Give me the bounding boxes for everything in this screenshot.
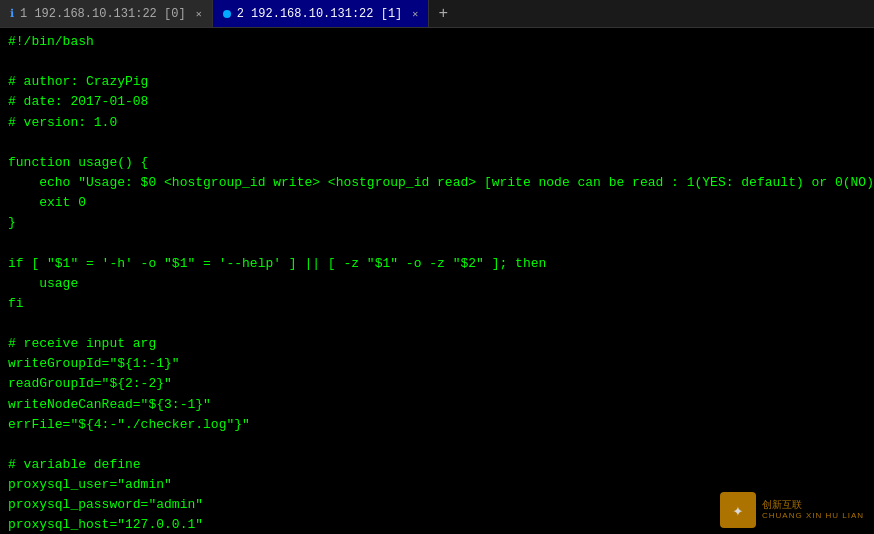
line-6 bbox=[8, 133, 866, 153]
line-22: # variable define bbox=[8, 455, 866, 475]
line-4: # date: 2017-01-08 bbox=[8, 92, 866, 112]
tab-2[interactable]: 2 192.168.10.131:22 [1] ✕ bbox=[213, 0, 430, 27]
line-21 bbox=[8, 435, 866, 455]
line-10: } bbox=[8, 213, 866, 233]
line-1: #!/bin/bash bbox=[8, 32, 866, 52]
code-area[interactable]: #!/bin/bash # author: CrazyPig # date: 2… bbox=[0, 28, 874, 534]
line-17: writeGroupId="${1:-1}" bbox=[8, 354, 866, 374]
line-18: readGroupId="${2:-2}" bbox=[8, 374, 866, 394]
logo-icon: ✦ bbox=[720, 492, 756, 528]
line-12: if [ "$1" = '-h' -o "$1" = '--help' ] ||… bbox=[8, 254, 866, 274]
line-19: writeNodeCanRead="${3:-1}" bbox=[8, 395, 866, 415]
tab-2-label: 2 192.168.10.131:22 [1] bbox=[237, 7, 403, 21]
line-16: # receive input arg bbox=[8, 334, 866, 354]
add-tab-button[interactable]: + bbox=[429, 0, 457, 27]
logo-line2: CHUANG XIN HU LIAN bbox=[762, 511, 864, 521]
info-icon: ℹ bbox=[10, 7, 14, 20]
tab-1[interactable]: ℹ 1 192.168.10.131:22 [0] ✕ bbox=[0, 0, 213, 27]
line-13: usage bbox=[8, 274, 866, 294]
tab-bar: ℹ 1 192.168.10.131:22 [0] ✕ 2 192.168.10… bbox=[0, 0, 874, 28]
tab-1-label: 1 192.168.10.131:22 [0] bbox=[20, 7, 186, 21]
tab-1-close[interactable]: ✕ bbox=[196, 8, 202, 20]
line-7: function usage() { bbox=[8, 153, 866, 173]
line-15 bbox=[8, 314, 866, 334]
line-20: errFile="${4:-"./checker.log"}" bbox=[8, 415, 866, 435]
logo-line1: 创新互联 bbox=[762, 498, 864, 511]
logo-text: 创新互联 CHUANG XIN HU LIAN bbox=[762, 498, 864, 521]
tab-2-dot bbox=[223, 10, 231, 18]
line-9: exit 0 bbox=[8, 193, 866, 213]
tab-2-close[interactable]: ✕ bbox=[412, 8, 418, 20]
line-8: echo "Usage: $0 <hostgroup_id write> <ho… bbox=[8, 173, 866, 193]
logo-area: ✦ 创新互联 CHUANG XIN HU LIAN bbox=[720, 492, 864, 528]
line-2 bbox=[8, 52, 866, 72]
line-14: fi bbox=[8, 294, 866, 314]
line-5: # version: 1.0 bbox=[8, 113, 866, 133]
line-11 bbox=[8, 233, 866, 253]
line-3: # author: CrazyPig bbox=[8, 72, 866, 92]
